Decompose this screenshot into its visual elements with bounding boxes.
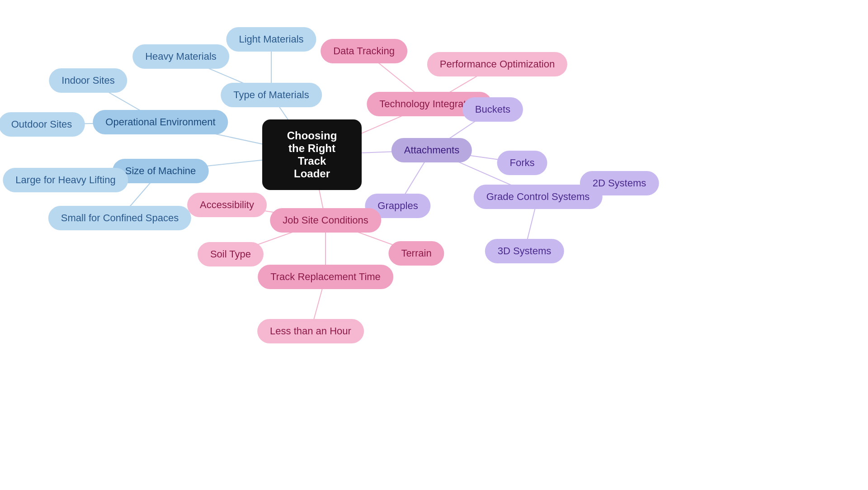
node-terrain[interactable]: Terrain [388, 241, 444, 266]
node-soil-type[interactable]: Soil Type [198, 242, 264, 266]
node-2d-systems[interactable]: 2D Systems [580, 171, 659, 195]
node-heavy-materials[interactable]: Heavy Materials [132, 44, 229, 69]
node-attachments[interactable]: Attachments [392, 138, 472, 162]
node-large-heavy[interactable]: Large for Heavy Lifting [3, 168, 128, 192]
node-less-than-hour[interactable]: Less than an Hour [257, 319, 364, 343]
node-perf-optimization[interactable]: Performance Optimization [427, 52, 567, 76]
node-3d-systems[interactable]: 3D Systems [485, 239, 564, 263]
node-operational-env[interactable]: Operational Environment [93, 110, 228, 134]
mindmap-canvas: Choosing the Right Track LoaderOperation… [0, 0, 868, 490]
node-buckets[interactable]: Buckets [462, 97, 523, 122]
node-small-confined[interactable]: Small for Confined Spaces [48, 206, 191, 230]
node-forks[interactable]: Forks [497, 151, 547, 175]
node-data-tracking[interactable]: Data Tracking [321, 39, 407, 63]
node-track-replacement[interactable]: Track Replacement Time [258, 265, 393, 289]
node-center[interactable]: Choosing the Right Track Loader [262, 119, 362, 190]
node-light-materials[interactable]: Light Materials [226, 27, 316, 52]
node-job-site[interactable]: Job Site Conditions [270, 208, 381, 233]
node-indoor-sites[interactable]: Indoor Sites [49, 68, 127, 93]
node-outdoor-sites[interactable]: Outdoor Sites [0, 112, 85, 137]
node-type-materials[interactable]: Type of Materials [221, 83, 322, 107]
node-accessibility[interactable]: Accessibility [187, 193, 267, 217]
